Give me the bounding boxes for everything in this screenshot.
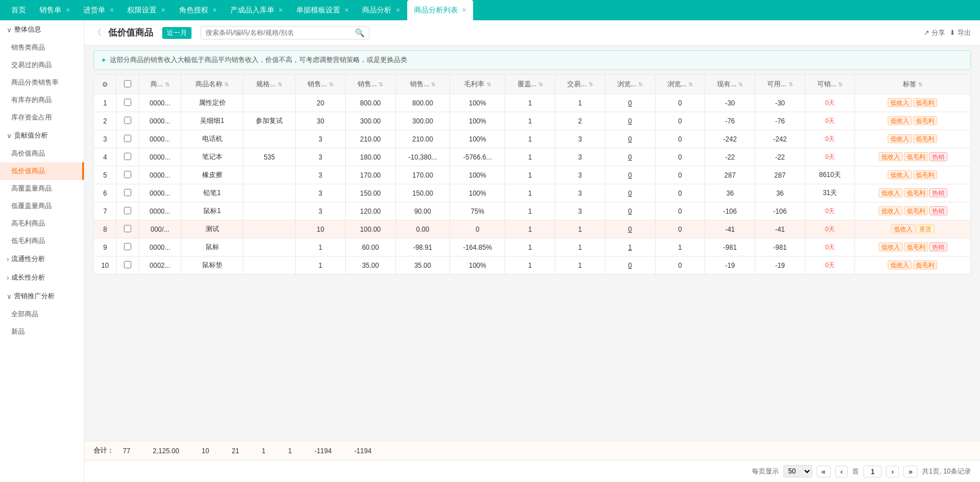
row-select-checkbox[interactable] xyxy=(124,117,131,124)
close-icon[interactable]: × xyxy=(345,6,349,14)
row-select-checkbox[interactable] xyxy=(124,261,131,268)
view1-link[interactable]: 0 xyxy=(628,189,632,197)
search-input[interactable] xyxy=(206,29,355,37)
nav-home[interactable]: 首页 xyxy=(5,0,33,20)
row-checkbox[interactable] xyxy=(117,238,139,257)
sidebar-item-high-value[interactable]: 高价值商品 xyxy=(0,145,84,162)
row-select-checkbox[interactable] xyxy=(124,243,131,250)
sidebar-item-category-sales-rate[interactable]: 商品分类销售率 xyxy=(0,74,84,91)
close-icon[interactable]: × xyxy=(110,6,114,14)
view1-link[interactable]: 0 xyxy=(628,262,632,269)
col-margin[interactable]: 毛利率 ⇅ xyxy=(450,75,505,94)
close-icon[interactable]: × xyxy=(66,6,70,14)
nav-permissions[interactable]: 权限设置 × xyxy=(121,0,172,20)
last-page-button[interactable]: » xyxy=(903,466,917,477)
row-checkbox[interactable] xyxy=(117,257,139,275)
sidebar-item-sales-products[interactable]: 销售类商品 xyxy=(0,39,84,56)
view1-link[interactable]: 0 xyxy=(628,153,632,161)
nav-sales-order[interactable]: 销售单 × xyxy=(33,0,77,20)
row-view1[interactable]: 1 xyxy=(605,238,655,257)
prev-page-button[interactable]: ‹ xyxy=(835,466,848,477)
row-view1[interactable]: 0 xyxy=(605,148,655,166)
col-sales-profit[interactable]: 销售... ⇅ xyxy=(395,75,450,94)
col-sales-qty[interactable]: 销售... ⇅ xyxy=(296,75,346,94)
nav-template-settings[interactable]: 单据模板设置 × xyxy=(289,0,355,20)
close-icon[interactable]: × xyxy=(212,6,217,14)
col-code[interactable]: 商... ⇅ xyxy=(139,75,181,94)
row-checkbox[interactable] xyxy=(117,166,139,184)
nav-role-auth[interactable]: 角色授权 × xyxy=(172,0,224,20)
row-view1[interactable]: 0 xyxy=(605,257,655,275)
sidebar-item-low-value[interactable]: 低价值商品 xyxy=(0,162,84,180)
row-view1[interactable]: 0 xyxy=(605,94,655,112)
filter-tag-button[interactable]: 近一月 xyxy=(162,27,191,39)
row-checkbox[interactable] xyxy=(117,202,139,220)
sidebar-section-liquidity[interactable]: ›流通性分析 xyxy=(0,250,84,268)
share-button[interactable]: ↗ 分享 xyxy=(924,28,945,38)
sidebar-item-low-margin[interactable]: 低毛利商品 xyxy=(0,232,84,250)
sidebar-collapse-button[interactable]: 《 xyxy=(93,28,101,38)
col-sellable-days[interactable]: 可销... ⇅ xyxy=(805,75,855,94)
close-icon[interactable]: × xyxy=(462,6,466,14)
col-coverage[interactable]: 覆盖... ⇅ xyxy=(505,75,555,94)
sidebar-section-overall[interactable]: ∨整体信息 xyxy=(0,20,84,39)
col-view1[interactable]: 浏览... ⇅ xyxy=(605,75,655,94)
col-spec[interactable]: 规格... ⇅ xyxy=(243,75,296,94)
sidebar-item-stocked-products[interactable]: 有库存的商品 xyxy=(0,91,84,109)
sidebar-item-high-coverage[interactable]: 高覆盖量商品 xyxy=(0,180,84,197)
sidebar-section-marketing[interactable]: ∨营销推广分析 xyxy=(0,287,84,306)
row-view1[interactable]: 0 xyxy=(605,166,655,184)
row-select-checkbox[interactable] xyxy=(124,207,131,214)
view1-link[interactable]: 0 xyxy=(628,207,632,215)
row-select-checkbox[interactable] xyxy=(124,135,131,142)
first-page-button[interactable]: « xyxy=(817,466,831,477)
sidebar-item-new-products[interactable]: 新品 xyxy=(0,323,84,341)
view1-link[interactable]: 0 xyxy=(628,99,632,107)
per-page-select[interactable]: 50 100 200 xyxy=(783,465,812,477)
close-icon[interactable]: × xyxy=(279,6,283,14)
close-icon[interactable]: × xyxy=(161,6,166,14)
sidebar-item-low-coverage[interactable]: 低覆盖量商品 xyxy=(0,197,84,215)
col-transaction[interactable]: 交易... ⇅ xyxy=(555,75,605,94)
col-view2[interactable]: 浏览... ⇅ xyxy=(655,75,705,94)
nav-product-analysis-list[interactable]: 商品分析列表 × xyxy=(407,0,473,20)
row-select-checkbox[interactable] xyxy=(124,153,131,160)
col-checkbox-all[interactable] xyxy=(117,75,139,94)
row-checkbox[interactable] xyxy=(117,112,139,130)
row-checkbox[interactable] xyxy=(117,148,139,166)
view1-link[interactable]: 0 xyxy=(628,135,632,143)
nav-product-analysis[interactable]: 商品分析 × xyxy=(355,0,407,20)
nav-purchase-order[interactable]: 进货单 × xyxy=(77,0,121,20)
row-view1[interactable]: 0 xyxy=(605,220,655,238)
export-button[interactable]: ⬇ 导出 xyxy=(950,28,971,38)
col-name[interactable]: 商品名称 ⇅ xyxy=(181,75,243,94)
view1-link[interactable]: 0 xyxy=(628,117,632,125)
row-view1[interactable]: 0 xyxy=(605,112,655,130)
sidebar-section-contribution[interactable]: ∨贡献值分析 xyxy=(0,126,84,145)
search-icon[interactable]: 🔍 xyxy=(355,28,364,37)
row-view1[interactable]: 0 xyxy=(605,184,655,202)
col-available-stock[interactable]: 可用... ⇅ xyxy=(755,75,805,94)
view1-link[interactable]: 0 xyxy=(628,225,632,233)
sidebar-item-all-products[interactable]: 全部商品 xyxy=(0,306,84,323)
close-icon[interactable]: × xyxy=(396,6,400,14)
view1-link[interactable]: 0 xyxy=(628,171,632,179)
col-current-stock[interactable]: 现有... ⇅ xyxy=(705,75,755,94)
row-checkbox[interactable] xyxy=(117,184,139,202)
sidebar-item-stock-capital[interactable]: 库存资金占用 xyxy=(0,109,84,126)
current-page-input[interactable] xyxy=(863,466,881,477)
col-setting[interactable]: ⚙ xyxy=(94,75,117,94)
row-checkbox[interactable] xyxy=(117,220,139,238)
row-view1[interactable]: 0 xyxy=(605,130,655,148)
sidebar-section-growth[interactable]: ›成长性分析 xyxy=(0,268,84,287)
row-view1[interactable]: 0 xyxy=(605,202,655,220)
view1-link[interactable]: 1 xyxy=(628,244,632,251)
nav-product-inbound[interactable]: 产成品入库单 × xyxy=(224,0,289,20)
next-page-button[interactable]: › xyxy=(886,466,898,477)
row-checkbox[interactable] xyxy=(117,130,139,148)
col-sales-amt[interactable]: 销售... ⇅ xyxy=(345,75,395,94)
row-checkbox[interactable] xyxy=(117,94,139,112)
col-tags[interactable]: 标签 ⇅ xyxy=(855,75,971,94)
row-select-checkbox[interactable] xyxy=(124,171,131,178)
sidebar-item-high-margin[interactable]: 高毛利商品 xyxy=(0,215,84,232)
